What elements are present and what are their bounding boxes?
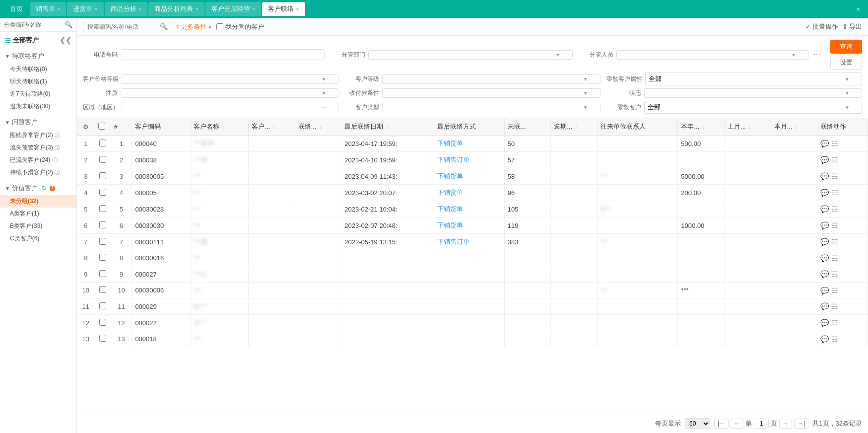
my-customers-checkbox[interactable]: 我分管的客户 xyxy=(216,22,264,31)
row-checkbox-cell[interactable] xyxy=(95,298,111,315)
sidebar-item-b-class[interactable]: B类客户(33) xyxy=(0,220,76,232)
row-chat-icon[interactable]: 💬 xyxy=(820,319,829,327)
row-last-method-cell[interactable]: 下销售订单 xyxy=(434,152,504,168)
row-more-icon[interactable]: ☷ xyxy=(832,140,838,147)
row-checkbox-cell[interactable] xyxy=(95,152,111,168)
code-column-header[interactable]: 客户编码 ↕ xyxy=(132,118,190,136)
window-close-button[interactable]: × xyxy=(852,5,864,13)
year-amount-column-header[interactable]: 本年... ↕ xyxy=(678,118,725,136)
sidebar-item-7days-wait[interactable]: 近7天待联络(0) xyxy=(0,88,76,100)
row-checkbox[interactable] xyxy=(99,189,106,196)
row-chat-icon[interactable]: 💬 xyxy=(820,205,829,213)
row-checkbox[interactable] xyxy=(99,319,106,326)
batch-op-button[interactable]: ✓ 批量操作 xyxy=(805,22,838,31)
tab-customer-tier[interactable]: 客户分层经营 × xyxy=(205,2,261,16)
more-conditions-button[interactable]: ▿ 更多条件 ▲ xyxy=(176,22,212,31)
tab-purchase-close[interactable]: × xyxy=(94,6,97,12)
row-chat-icon[interactable]: 💬 xyxy=(820,189,829,197)
sidebar-item-c-class[interactable]: C类客户(6) xyxy=(0,232,76,245)
row-checkbox[interactable] xyxy=(99,286,106,293)
last-month-column-header[interactable]: 上月... ↕ xyxy=(725,118,771,136)
row-checkbox[interactable] xyxy=(99,270,106,277)
tab-analysis-list[interactable]: 商品分析列表 × xyxy=(148,2,204,16)
row-last-method-cell[interactable]: 下销货单 xyxy=(434,217,504,234)
row-chat-icon[interactable]: 💬 xyxy=(820,140,829,147)
row-chat-icon[interactable]: 💬 xyxy=(820,270,829,278)
filter-scatter-select[interactable]: 全部 ▼ xyxy=(644,101,862,114)
row-method-link[interactable]: 下销货单 xyxy=(437,205,463,213)
row-last-method-cell[interactable] xyxy=(434,283,504,298)
filter-search-input[interactable] xyxy=(87,23,158,30)
tab-analysis[interactable]: 商品分析 × xyxy=(105,2,147,16)
row-chat-icon[interactable]: 💬 xyxy=(820,287,829,294)
row-last-method-cell[interactable] xyxy=(434,315,504,331)
row-more-icon[interactable]: ☷ xyxy=(832,254,838,262)
row-checkbox[interactable] xyxy=(99,254,106,261)
filter-dept-select[interactable]: ▼ xyxy=(368,50,572,60)
query-button[interactable]: 查询 xyxy=(830,40,862,54)
row-checkbox-cell[interactable] xyxy=(95,250,111,266)
row-last-method-cell[interactable] xyxy=(434,331,504,347)
sidebar-item-today-wait[interactable]: 今天待联络(0) xyxy=(0,63,76,75)
row-checkbox[interactable] xyxy=(99,140,106,146)
row-checkbox-cell[interactable] xyxy=(95,136,111,152)
row-more-icon[interactable]: ☷ xyxy=(832,287,838,294)
sidebar-search-box[interactable]: 🔍 xyxy=(0,18,76,32)
contact-person-column-header[interactable]: 往来单位联系人 xyxy=(597,118,677,136)
row-chat-icon[interactable]: 💬 xyxy=(820,335,829,343)
row-more-icon[interactable]: ☷ xyxy=(832,335,838,343)
filter-status-select[interactable]: ▼ xyxy=(644,88,862,98)
manager-dots-icon[interactable]: ⋯ xyxy=(813,51,820,59)
tab-customer-tier-close[interactable]: × xyxy=(252,6,255,12)
next-page-button[interactable]: → xyxy=(779,419,792,429)
first-page-button[interactable]: |← xyxy=(714,419,729,429)
sidebar-item-a-class[interactable]: A类客户(1) xyxy=(0,208,76,220)
row-checkbox-cell[interactable] xyxy=(95,331,111,347)
row-checkbox-cell[interactable] xyxy=(95,266,111,283)
row-chat-icon[interactable]: 💬 xyxy=(820,172,829,180)
filter-customer-level-select[interactable]: ▼ xyxy=(382,74,600,84)
row-more-icon[interactable]: ☷ xyxy=(832,172,838,180)
sidebar-item-tomorrow-wait[interactable]: 明天待联络(1) xyxy=(0,75,76,88)
reset-button[interactable]: 设置 xyxy=(830,56,862,70)
row-last-method-cell[interactable]: 下销货单 xyxy=(434,136,504,152)
export-button[interactable]: ⇧ 导出 xyxy=(842,22,862,31)
page-size-select[interactable]: 50 100 200 xyxy=(685,418,710,429)
row-more-icon[interactable]: ☷ xyxy=(832,205,838,213)
row-checkbox-cell[interactable] xyxy=(95,168,111,185)
sidebar-all-customers[interactable]: ☷ 全部客户 ❮❮ xyxy=(0,32,76,49)
row-method-link[interactable]: 下销货单 xyxy=(437,172,463,180)
tab-purchase[interactable]: 进货单 × xyxy=(67,2,103,16)
row-checkbox[interactable] xyxy=(99,172,106,179)
row-more-icon[interactable]: ☷ xyxy=(832,221,838,229)
name-column-header[interactable]: 客户名称 ↕ xyxy=(190,118,248,136)
value-refresh-icon[interactable]: ↻ xyxy=(42,185,47,192)
sidebar-item-hoarding[interactable]: 囤购异常客户(2) ⓘ xyxy=(0,129,76,142)
row-method-link[interactable]: 下销货单 xyxy=(437,221,463,229)
row-last-method-cell[interactable] xyxy=(434,250,504,266)
row-chat-icon[interactable]: 💬 xyxy=(820,238,829,246)
uncontacted-column-header[interactable]: 未联... ↕ xyxy=(504,118,551,136)
tab-analysis-list-close[interactable]: × xyxy=(195,6,198,12)
row-last-method-cell[interactable]: 下销货单 xyxy=(434,185,504,201)
row-last-method-cell[interactable] xyxy=(434,298,504,315)
row-last-method-cell[interactable]: 下销货单 xyxy=(434,201,504,217)
tab-sales-close[interactable]: × xyxy=(57,6,60,12)
checkbox-column-header[interactable] xyxy=(95,118,111,136)
row-checkbox-cell[interactable] xyxy=(95,315,111,331)
row-chat-icon[interactable]: 💬 xyxy=(820,254,829,262)
row-checkbox[interactable] xyxy=(99,238,106,245)
row-checkbox[interactable] xyxy=(99,221,106,228)
sidebar-item-overdue-wait[interactable]: 逾期未联络(30) xyxy=(0,100,76,113)
type-column-header[interactable]: 客户... ↕ xyxy=(249,118,295,136)
row-checkbox-cell[interactable] xyxy=(95,217,111,234)
row-checkbox[interactable] xyxy=(99,205,106,212)
row-method-link[interactable]: 下销售订单 xyxy=(437,238,469,245)
tab-sales[interactable]: 销售单 × xyxy=(30,2,66,16)
sidebar-search-icon[interactable]: 🔍 xyxy=(65,21,72,28)
this-month-column-header[interactable]: 本月... ↕ xyxy=(771,118,817,136)
row-chat-icon[interactable]: 💬 xyxy=(820,302,829,310)
filter-scatter-attr-select[interactable]: 全部 ▼ xyxy=(645,72,862,85)
row-chat-icon[interactable]: 💬 xyxy=(820,156,829,164)
row-checkbox-cell[interactable] xyxy=(95,201,111,217)
